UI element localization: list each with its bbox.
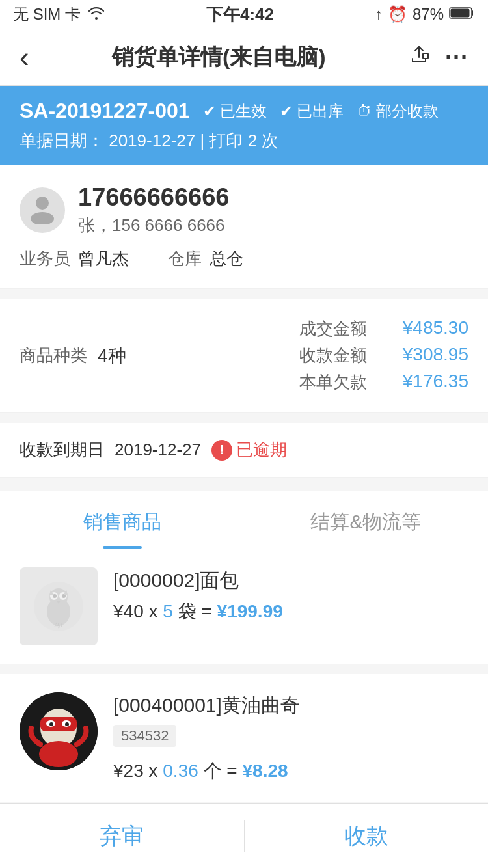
abandon-review-button[interactable]: 弃审 xyxy=(0,808,244,864)
overdue-badge: ! 已逾期 xyxy=(211,439,287,461)
product-thumbnail-1: 鸟+ xyxy=(20,567,98,645)
location-icon: ↑ xyxy=(375,5,383,23)
received-amount-value: ¥308.95 xyxy=(403,344,468,367)
page-title: 销货单详情(来自电脑) xyxy=(112,42,326,72)
due-date-label: 收款到期日 xyxy=(20,439,104,461)
list-item: [000400001]黄油曲奇 534532 ¥23 x 0.36 个 = ¥8… xyxy=(0,674,488,802)
badge-out-stock: ✔ 已出库 xyxy=(280,101,344,122)
sim-status: 无 SIM 卡 xyxy=(13,4,81,25)
product-price-2: ¥23 x 0.36 个 = ¥8.28 xyxy=(113,759,468,783)
battery-level: 87% xyxy=(413,5,444,23)
back-button[interactable]: ‹ xyxy=(20,41,29,74)
nav-bar: ‹ 销货单详情(来自电脑) ··· xyxy=(0,29,488,86)
due-date-section: 收款到期日 2019-12-27 ! 已逾期 xyxy=(0,423,488,478)
product-list: 鸟+ [0000002]面包 ¥40 x 5 袋 = ¥199.99 xyxy=(0,549,488,802)
tabs-section: 销售商品 结算&物流等 xyxy=(0,491,488,549)
svg-rect-2 xyxy=(423,53,428,59)
order-date: 2019-12-27 xyxy=(109,131,195,150)
customer-name-phone: 张，156 6666 6666 xyxy=(78,214,229,237)
sales-name: 曾凡杰 xyxy=(78,247,129,270)
product-sku-2: 534532 xyxy=(113,725,176,747)
product-info-1: [0000002]面包 ¥40 x 5 袋 = ¥199.99 xyxy=(113,567,468,624)
bottom-bar: 弃审 收款 xyxy=(0,803,488,868)
deal-amount-value: ¥485.30 xyxy=(403,318,468,340)
overdue-text: 已逾期 xyxy=(236,439,287,461)
date-label: 单据日期： xyxy=(20,131,104,150)
svg-point-3 xyxy=(36,197,49,210)
svg-point-18 xyxy=(49,722,53,726)
svg-point-4 xyxy=(31,212,54,224)
summary-section: 商品种类 4种 成交金额 ¥485.30 收款金额 ¥308.95 本单欠款 ¥… xyxy=(0,299,488,413)
product-name-1: [0000002]面包 xyxy=(113,567,468,594)
share-icon[interactable] xyxy=(409,44,429,70)
unit-1: 袋 xyxy=(178,601,197,621)
collect-payment-button[interactable]: 收款 xyxy=(245,808,489,864)
tab-products[interactable]: 销售商品 xyxy=(0,491,244,549)
warehouse-label: 仓库 xyxy=(168,247,202,270)
tab-settlement[interactable]: 结算&物流等 xyxy=(244,491,488,549)
due-date-value: 2019-12-27 xyxy=(115,440,201,460)
svg-rect-15 xyxy=(40,717,77,731)
list-item: 鸟+ [0000002]面包 ¥40 x 5 袋 = ¥199.99 xyxy=(0,549,488,664)
check-icon-2: ✔ xyxy=(280,102,293,120)
status-left: 无 SIM 卡 xyxy=(13,4,105,25)
svg-text:鸟+: 鸟+ xyxy=(54,622,63,629)
clock-icon: ⏱ xyxy=(357,102,372,120)
product-info-2: [000400001]黄油曲奇 534532 ¥23 x 0.36 个 = ¥8… xyxy=(113,692,468,783)
customer-avatar xyxy=(20,187,65,233)
unit-2: 个 xyxy=(204,761,222,781)
sales-label: 业务员 xyxy=(20,247,70,270)
product-price-1: ¥40 x 5 袋 = ¥199.99 xyxy=(113,599,468,624)
svg-point-20 xyxy=(39,741,78,767)
status-right: ↑ ⏰ 87% xyxy=(375,5,475,23)
avatar-icon xyxy=(26,191,59,230)
svg-point-19 xyxy=(65,722,69,726)
nav-right-icons: ··· xyxy=(409,44,468,71)
due-amount-label: 本单欠款 xyxy=(299,371,367,394)
product-thumbnail-2 xyxy=(20,692,98,770)
due-amount-value: ¥176.35 xyxy=(403,371,468,394)
check-icon-1: ✔ xyxy=(203,102,216,120)
wifi-icon xyxy=(87,5,105,23)
warehouse-name: 总仓 xyxy=(210,247,243,270)
order-number: SA-20191227-001 xyxy=(20,99,190,123)
total-2: ¥8.28 xyxy=(242,761,288,781)
customer-phone: 17666666666 xyxy=(78,183,229,211)
received-amount-label: 收款金额 xyxy=(299,344,367,367)
qty-2: 0.36 xyxy=(163,761,198,781)
price-2: ¥23 xyxy=(113,761,144,781)
overdue-icon: ! xyxy=(211,440,232,461)
status-bar: 无 SIM 卡 下午4:42 ↑ ⏰ 87% xyxy=(0,0,488,29)
badge-partial-payment: ⏱ 部分收款 xyxy=(357,101,439,122)
qty-1: 5 xyxy=(163,601,173,621)
badge-effective: ✔ 已生效 xyxy=(203,101,267,122)
deal-amount-label: 成交金额 xyxy=(299,318,367,340)
svg-rect-1 xyxy=(450,9,469,18)
order-date-line: 单据日期： 2019-12-27 | 打印 2 次 xyxy=(20,129,468,152)
customer-section: 17666666666 张，156 6666 6666 业务员 曾凡杰 仓库 总… xyxy=(0,165,488,289)
category-label: 商品种类 xyxy=(20,344,87,367)
order-header: SA-20191227-001 ✔ 已生效 ✔ 已出库 ⏱ 部分收款 单据日期：… xyxy=(0,86,488,165)
total-1: ¥199.99 xyxy=(217,601,283,621)
alarm-icon: ⏰ xyxy=(388,5,407,23)
status-time: 下午4:42 xyxy=(206,3,274,26)
more-icon[interactable]: ··· xyxy=(445,44,468,71)
print-info: | 打印 2 次 xyxy=(200,131,278,150)
battery-icon xyxy=(449,5,475,23)
category-count: 4种 xyxy=(98,344,126,368)
price-1: ¥40 xyxy=(113,601,144,621)
product-name-2: [000400001]黄油曲奇 xyxy=(113,692,468,719)
